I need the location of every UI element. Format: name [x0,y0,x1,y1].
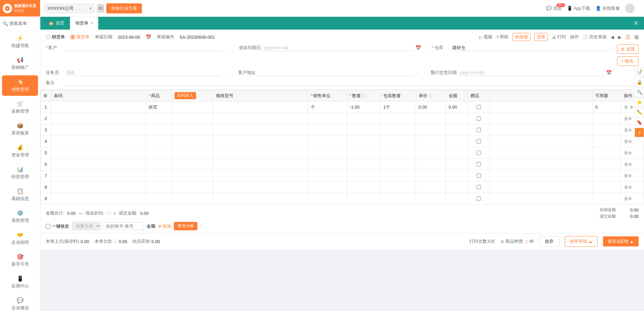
expected-date-calendar-icon[interactable]: 📅 [606,70,612,75]
sidebar-item-purchase[interactable]: 🛒 采购管理 [2,97,38,118]
select-btn[interactable]: 选单 [534,33,548,41]
warehouse-dots[interactable]: ··· [611,45,614,50]
row-qty[interactable]: -1.00 [347,102,380,113]
gift-checkbox[interactable] [477,196,481,201]
fee-split-button[interactable]: 费用分摊 [174,222,197,230]
print-btn[interactable]: 🖨 打印 [552,34,566,40]
gift-checkbox[interactable] [477,128,481,132]
tab-home[interactable]: 🏠 首页 [43,17,70,30]
delete-row-button[interactable]: 🗑 [624,185,628,190]
sidebar-item-finance[interactable]: 💰 资金管理 [2,141,38,161]
tab-sale-order[interactable]: 销货单 × [70,17,98,30]
delete-row-button[interactable]: 🗑 [624,105,628,110]
float-btn-3[interactable]: 🔍 [635,87,644,97]
float-btn-6[interactable]: 🔖 [635,118,644,127]
copy-row-button[interactable]: ⊕ [628,185,632,190]
sidebar-item-app-center[interactable]: 📱 应用中心 [2,272,38,293]
account-input[interactable] [104,222,144,230]
copy-row-button[interactable]: ⊕ [628,139,632,144]
video-btn[interactable]: ▷ 视频 [479,34,492,40]
warehouse-input[interactable] [451,44,609,51]
payment-method-select[interactable]: 结算方式 [72,222,101,230]
delete-row-button[interactable]: 🗑 [624,139,628,144]
row-price[interactable]: 0.00 [416,102,446,113]
customer-addr-dots[interactable]: ··· [416,70,419,75]
gift-checkbox[interactable] [477,151,481,155]
customer-input[interactable] [65,44,222,51]
spec-input[interactable] [216,105,305,110]
sidebar-item-collab[interactable]: 🤝 企业协同 [2,228,38,249]
radio-return[interactable]: 退货单 [70,34,89,40]
delete-row-button[interactable]: 🗑 [624,196,628,201]
remark-input[interactable] [65,79,639,86]
float-btn-4[interactable]: ⭐ [635,98,644,107]
float-btn-7[interactable]: ⚡ [635,128,644,137]
tab-close-icon[interactable]: × [90,21,93,26]
row-barcode[interactable] [51,102,146,113]
app-download-button[interactable]: 📱 App下载 [567,5,590,11]
add-payment-button[interactable]: ⊕ 添加 [158,223,171,229]
history-btn[interactable]: 📄 历史单据 [583,34,607,40]
nav-prev-icon[interactable]: ◀ [611,35,614,40]
delete-row-button[interactable]: 🗑 [624,116,628,121]
sidebar-item-wechat[interactable]: 💬 企业微信 [2,294,38,311]
copy-row-button[interactable]: ⊕ [628,162,632,167]
copy-row-button[interactable]: ⊕ [630,105,633,110]
float-btn-5[interactable]: ✏️ [635,108,644,117]
float-btn-1[interactable]: 📝 [635,67,644,77]
sidebar-item-operations[interactable]: 📊 经营管理 [2,163,38,183]
sidebar-item-system[interactable]: ⚙️ 系统管理 [2,206,38,227]
shortcut-btn[interactable]: 快捷键 [513,33,530,41]
customer-addr-input[interactable] [258,69,414,76]
gift-checkbox[interactable] [477,173,481,178]
operate-btn[interactable]: 操作 [570,34,579,40]
copy-row-button[interactable]: ⊕ [628,150,632,155]
logistics-button[interactable]: + 物流 [617,56,639,66]
discard-button[interactable]: 放弃 [539,236,559,247]
gift-checkbox[interactable] [477,162,481,166]
scan-button[interactable]: 扫码录入 [175,92,196,99]
nav-next-icon[interactable]: ▶ [618,35,621,40]
search-menu-button[interactable]: 🔍 搜索菜单 [3,19,37,28]
save-new-button[interactable]: 保存&新增 ▲ [603,236,639,246]
message-button[interactable]: 💬 消息 99+ [546,5,562,11]
delete-row-button[interactable]: 🗑 [624,173,628,178]
sidebar-item-quick-nav[interactable]: ⚡ 快捷导航 [2,32,38,52]
company-selector[interactable]: XXXXXX公司 ▾ [44,4,95,13]
row-gift[interactable] [468,102,490,113]
gift-checkbox[interactable] [477,105,481,109]
gift-checkbox[interactable] [477,139,481,144]
online-service-button[interactable]: 👤 在线客服 [596,5,620,11]
sidebar-item-inventory[interactable]: 📦 库存核算 [2,119,38,140]
help-btn[interactable]: ? 帮助 [496,34,508,40]
avatar[interactable] [625,4,635,13]
copy-row-button[interactable]: ⊕ [628,116,632,121]
doc-settings-button[interactable]: ⚙ 设置 [617,44,639,54]
row-spec[interactable] [213,102,308,113]
tabbar-close-button[interactable]: ✕ [631,20,641,27]
float-btn-2[interactable]: 🔒 [635,77,644,87]
calendar-icon[interactable]: 📅 [146,34,151,40]
gift-checkbox[interactable] [477,116,481,121]
delete-row-button[interactable]: 🗑 [624,127,628,132]
copy-row-button[interactable]: ⊕ [628,127,632,132]
trial-plan-button[interactable]: 体验行业方案 [106,3,142,13]
customer-dots[interactable]: ··· [224,45,228,50]
salesperson-input[interactable] [65,69,221,76]
due-date-calendar-icon[interactable]: 📅 [415,45,421,50]
view-grid-icon[interactable]: ⊞ [634,34,639,40]
expected-date-input[interactable] [459,69,604,76]
view-list-icon[interactable]: ☰ [626,34,630,40]
due-date-input[interactable] [263,44,414,51]
sidebar-item-sales[interactable]: 🏷️ 销售管理 [2,75,38,96]
sidebar-item-marketing[interactable]: 📢 营销推广 [2,53,38,74]
gift-checkbox[interactable] [477,185,481,189]
fee-help-icon[interactable]: ? [200,224,202,229]
settings-gear-button[interactable]: ⚙ [98,4,104,12]
delete-row-button[interactable]: 🗑 [624,162,628,167]
radio-sale[interactable]: 销货单 [46,34,65,40]
one-click-pay-checkbox[interactable] [46,224,50,229]
copy-row-button[interactable]: ⊕ [628,196,632,201]
salesperson-dots[interactable]: ··· [223,70,227,75]
sidebar-item-guide[interactable]: 🎯 新手引导 [2,250,38,271]
